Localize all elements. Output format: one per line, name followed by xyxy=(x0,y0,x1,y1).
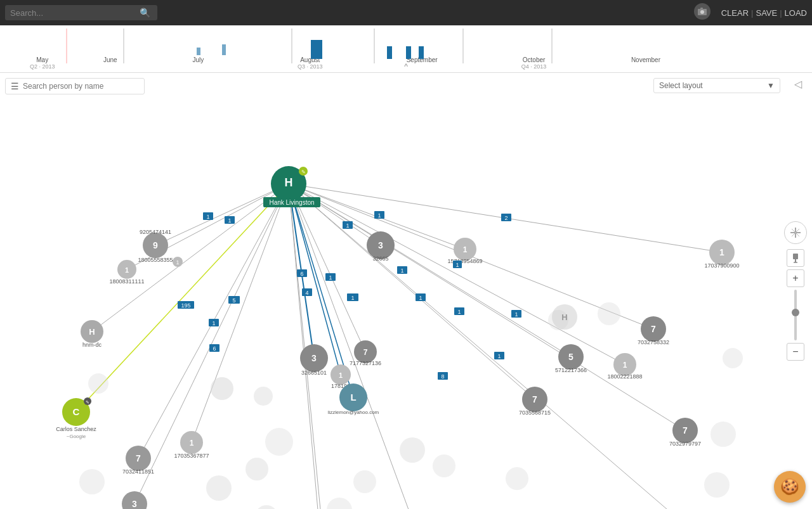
nodes[interactable]: H ✎ Hank Livingston 9 9205474141 1 18005… xyxy=(56,166,743,509)
svg-text:1: 1 xyxy=(212,320,215,326)
svg-text:1: 1 xyxy=(514,311,518,318)
svg-text:7: 7 xyxy=(136,453,141,463)
svg-line-26 xyxy=(289,184,365,352)
search-input[interactable] xyxy=(10,8,137,18)
compass-btn[interactable] xyxy=(784,221,807,244)
node-bg16[interactable] xyxy=(506,467,528,490)
svg-text:3: 3 xyxy=(378,240,383,250)
svg-text:18008311111: 18008311111 xyxy=(109,278,144,285)
left-search-bar[interactable]: ☰ xyxy=(5,78,145,94)
svg-text:1: 1 xyxy=(190,439,194,448)
svg-text:H: H xyxy=(89,327,95,337)
svg-text:1: 1 xyxy=(176,259,179,266)
svg-text:3: 3 xyxy=(311,353,317,363)
svg-text:H: H xyxy=(285,176,293,189)
search-icon[interactable]: 🔍 xyxy=(140,8,150,18)
search-box[interactable]: 🔍 xyxy=(5,5,157,20)
svg-text:1: 1 xyxy=(419,295,422,301)
hamburger-icon[interactable]: ☰ xyxy=(11,81,19,91)
svg-text:18005558355: 18005558355 xyxy=(138,257,173,263)
node-bg6[interactable] xyxy=(433,454,455,477)
node-bg15[interactable] xyxy=(704,472,730,498)
nav-actions: CLEAR | SAVE | LOAD xyxy=(721,8,807,18)
node-bg12[interactable] xyxy=(255,505,278,509)
svg-text:195: 195 xyxy=(181,302,190,309)
svg-text:7177327136: 7177327136 xyxy=(350,360,381,366)
svg-text:7: 7 xyxy=(651,324,656,334)
svg-text:6: 6 xyxy=(213,345,216,352)
svg-text:15713954869: 15713954869 xyxy=(447,258,482,264)
node-bg11[interactable] xyxy=(206,475,232,501)
svg-text:✎: ✎ xyxy=(86,400,89,404)
node-bg1[interactable] xyxy=(211,377,233,400)
timeline-chart[interactable] xyxy=(0,29,812,63)
svg-text:4: 4 xyxy=(305,290,308,296)
edges: 1 1 1 2 6 4 1 1 195 1 6 1 xyxy=(76,184,722,509)
svg-text:32665: 32665 xyxy=(372,255,388,262)
svg-text:7: 7 xyxy=(363,348,368,357)
svg-rect-6 xyxy=(197,48,200,55)
svg-line-18 xyxy=(92,184,289,332)
node-bg3[interactable] xyxy=(246,458,268,480)
node-bg7[interactable] xyxy=(598,302,620,325)
svg-text:1: 1 xyxy=(377,212,381,219)
svg-text:C: C xyxy=(73,406,80,417)
svg-text:5712217366: 5712217366 xyxy=(555,367,587,373)
svg-rect-3 xyxy=(700,8,703,10)
cookie-btn[interactable]: 🍪 xyxy=(774,471,806,503)
node-bg17[interactable] xyxy=(353,470,376,493)
svg-line-29 xyxy=(289,184,535,399)
svg-point-2 xyxy=(700,10,704,14)
svg-rect-12 xyxy=(419,46,424,59)
svg-rect-11 xyxy=(406,46,411,59)
node-bg14[interactable] xyxy=(79,469,105,494)
svg-text:18002221888: 18002221888 xyxy=(607,373,642,380)
clear-btn[interactable]: CLEAR xyxy=(721,8,749,18)
svg-line-37 xyxy=(289,184,685,509)
person-search-input[interactable] xyxy=(23,82,131,91)
svg-text:1: 1 xyxy=(457,309,461,315)
node-bg4[interactable] xyxy=(265,428,293,456)
node-bg8[interactable] xyxy=(710,422,736,447)
svg-line-16 xyxy=(155,184,289,245)
node-bg18[interactable] xyxy=(327,498,352,509)
svg-text:7: 7 xyxy=(532,394,537,404)
svg-text:✎: ✎ xyxy=(301,169,306,175)
svg-line-22 xyxy=(192,184,289,442)
zoom-slider[interactable] xyxy=(794,290,797,340)
node-bg5[interactable] xyxy=(400,437,425,463)
svg-text:7035568715: 7035568715 xyxy=(519,409,551,416)
zoom-slider-thumb[interactable] xyxy=(792,309,799,316)
svg-text:9: 9 xyxy=(153,240,158,250)
graph-area[interactable]: ☰ ◁ Select layout ▼ xyxy=(0,73,812,509)
svg-text:5: 5 xyxy=(232,297,235,304)
svg-text:~Google: ~Google xyxy=(67,434,86,439)
zoom-in-btn[interactable]: + xyxy=(787,269,804,287)
svg-text:lizzlemon@yahoo.com: lizzlemon@yahoo.com xyxy=(328,409,379,415)
svg-text:1: 1 xyxy=(339,371,343,379)
svg-text:17037900900: 17037900900 xyxy=(704,262,739,269)
svg-text:8: 8 xyxy=(441,373,444,380)
svg-text:1: 1 xyxy=(463,245,468,254)
svg-text:9205474141: 9205474141 xyxy=(140,229,171,235)
save-btn[interactable]: SAVE xyxy=(756,8,777,18)
collapse-timeline-btn[interactable]: ^ xyxy=(404,62,408,71)
svg-text:7: 7 xyxy=(683,425,688,435)
navbar: 🔍 CLEAR | SAVE | LOAD xyxy=(0,0,812,25)
zoom-controls: + − xyxy=(784,221,807,361)
node-bg13[interactable] xyxy=(88,373,108,394)
svg-text:1: 1 xyxy=(719,247,724,257)
node-bg2[interactable] xyxy=(254,387,273,406)
load-btn[interactable]: LOAD xyxy=(785,8,807,18)
layout-select[interactable]: Select layout ▼ xyxy=(653,78,780,93)
svg-text:3: 3 xyxy=(132,499,137,509)
pin-btn[interactable] xyxy=(787,249,804,267)
svg-text:7032411851: 7032411851 xyxy=(122,468,154,475)
collapse-right-btn[interactable]: ◁ xyxy=(794,78,807,91)
svg-rect-8 xyxy=(311,40,322,59)
zoom-out-btn[interactable]: − xyxy=(787,343,804,361)
network-graph[interactable]: 1 1 1 2 6 4 1 1 195 1 6 1 xyxy=(0,73,812,509)
svg-text:hnm-dc: hnm-dc xyxy=(82,342,102,348)
camera-icon[interactable] xyxy=(693,3,711,23)
node-bg10[interactable] xyxy=(723,348,743,368)
